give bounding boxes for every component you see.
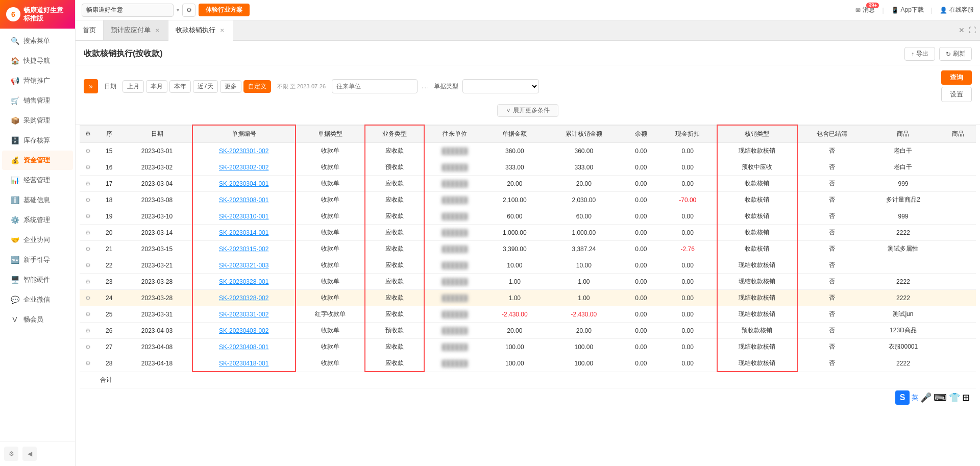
sidebar-item-marketing[interactable]: 📢营销推广 — [2, 71, 73, 90]
tab-prepay[interactable]: 预计应应付单 ✕ — [104, 20, 168, 40]
th-gear[interactable]: ⚙ — [80, 125, 96, 143]
sidebar-settings-btn[interactable]: ⚙ — [4, 447, 18, 461]
td-gear[interactable]: ⚙ — [80, 176, 96, 192]
sidebar-item-corp[interactable]: 🤝企业协同 — [2, 230, 73, 250]
td-gear[interactable]: ⚙ — [80, 192, 96, 208]
sidebar-item-sales[interactable]: 🛒销售管理 — [2, 91, 73, 110]
td-gear[interactable]: ⚙ — [80, 339, 96, 355]
topbar: ▾ ⚙ 体验行业方案 ✉ 消息 99+ | 📱 App下载 | 👤 在线客服 — [76, 0, 980, 20]
topbar-online-service[interactable]: 👤 在线客服 — [940, 6, 974, 14]
td-gear[interactable]: ⚙ — [80, 257, 96, 274]
td-verify-type: 现结收款核销 — [717, 290, 798, 306]
filter-last-month-btn[interactable]: 上月 — [122, 80, 144, 93]
td-doc-type: 收款单 — [296, 159, 365, 176]
sidebar-collapse-btn[interactable]: ◀ — [22, 447, 37, 461]
td-incl-clear: 否 — [797, 192, 866, 208]
td-acc-amount: 100.00 — [545, 355, 623, 372]
th-no: 序 — [96, 125, 122, 143]
td-gear[interactable]: ⚙ — [80, 323, 96, 339]
sidebar-item-wechat[interactable]: 💬企业微信 — [2, 290, 73, 309]
td-doc-no: SK-20230321-003 — [192, 257, 296, 274]
td-gear[interactable]: ⚙ — [80, 225, 96, 241]
td-gear[interactable]: ⚙ — [80, 306, 96, 323]
tab-home[interactable]: 首页 — [76, 20, 104, 40]
sidebar-item-system[interactable]: ⚙️系统管理 — [2, 210, 73, 230]
filter-doctype-select[interactable] — [462, 79, 539, 93]
td-no: 17 — [96, 176, 122, 192]
brand-sub: 标推版 — [23, 14, 63, 22]
td-goods2 — [940, 241, 976, 257]
td-partner: ██████ — [424, 208, 485, 225]
sidebar-item-quick[interactable]: 🏠快捷导航 — [2, 51, 73, 70]
doc-no-link[interactable]: SK-20230331-002 — [219, 311, 268, 318]
td-gear[interactable]: ⚙ — [80, 143, 96, 159]
tab-verify[interactable]: 收款核销执行 ✕ — [168, 20, 233, 41]
filter-set-btn[interactable]: 设置 — [941, 87, 972, 102]
logo-text: 畅康道好生意 标推版 — [23, 6, 63, 22]
sidebar-icon-purchase: 📦 — [10, 116, 19, 125]
doc-no-link[interactable]: SK-20230328-002 — [219, 295, 268, 302]
filter-query-btn[interactable]: 查询 — [941, 70, 972, 85]
tabbar-fullscreen-icon[interactable]: ⛶ — [969, 26, 976, 34]
sidebar-item-member[interactable]: V畅会员 — [2, 310, 73, 329]
doc-no-link[interactable]: SK-20230328-001 — [219, 278, 268, 285]
doc-no-link[interactable]: SK-20230418-001 — [219, 360, 268, 367]
sidebar-item-guide[interactable]: 🆕新手引导 — [2, 250, 73, 269]
filter-partner-input[interactable] — [332, 79, 418, 93]
sidebar-item-hardware[interactable]: 🖥️智能硬件 — [2, 270, 73, 289]
doc-no-link[interactable]: SK-20230314-001 — [219, 229, 268, 236]
doc-no-link[interactable]: SK-20230301-002 — [219, 148, 268, 155]
tab-verify-close[interactable]: ✕ — [218, 27, 226, 34]
table-row: ⚙ 25 2023-03-31 SK-20230331-002 红字收款单 应收… — [80, 306, 976, 323]
td-gear[interactable]: ⚙ — [80, 241, 96, 257]
doc-no-link[interactable]: SK-20230310-001 — [219, 213, 268, 220]
topbar-dropdown-icon[interactable]: ▾ — [177, 7, 179, 13]
refresh-btn[interactable]: ↻ 刷新 — [939, 47, 972, 61]
filter-custom-btn[interactable]: 自定义 — [243, 80, 271, 93]
filter-toggle-btn[interactable]: » — [84, 79, 98, 93]
doc-no-link[interactable]: SK-20230304-001 — [219, 180, 268, 187]
topbar-app-download[interactable]: 📱 App下载 — [891, 6, 924, 14]
filter-this-month-btn[interactable]: 本月 — [146, 80, 167, 93]
sidebar-label-wechat: 企业微信 — [23, 295, 50, 304]
td-acc-amount: 360.00 — [545, 143, 623, 159]
tab-prepay-close[interactable]: ✕ — [154, 27, 161, 34]
doc-no-link[interactable]: SK-20230321-003 — [219, 262, 268, 269]
td-gear[interactable]: ⚙ — [80, 208, 96, 225]
export-btn[interactable]: ↑ 导出 — [904, 47, 935, 61]
doc-no-link[interactable]: SK-20230302-002 — [219, 164, 268, 171]
td-gear[interactable]: ⚙ — [80, 290, 96, 306]
td-date: 2023-03-31 — [122, 306, 192, 323]
sidebar-item-inventory[interactable]: 🗄️库存核算 — [2, 131, 73, 150]
doc-no-link[interactable]: SK-20230315-002 — [219, 246, 268, 253]
sidebar-item-basic[interactable]: ℹ️基础信息 — [2, 190, 73, 210]
tabbar-close-icon[interactable]: ✕ — [959, 26, 965, 34]
td-gear[interactable]: ⚙ — [80, 274, 96, 290]
doc-no-link[interactable]: SK-20230408-001 — [219, 344, 268, 351]
td-doc-no: SK-20230315-002 — [192, 241, 296, 257]
doc-no-link[interactable]: SK-20230308-001 — [219, 197, 268, 204]
expand-more-btn[interactable]: ∨ 展开更多条件 — [497, 104, 558, 117]
sidebar-item-search[interactable]: 🔍搜索菜单 — [2, 31, 73, 51]
topbar-msg-btn[interactable]: ✉ 消息 99+ — [855, 6, 875, 14]
table-row: ⚙ 24 2023-03-28 SK-20230328-002 收款单 应收款 … — [80, 290, 976, 306]
sidebar-item-operation[interactable]: 📊经营管理 — [2, 170, 73, 190]
topbar-industry-btn[interactable]: 体验行业方案 — [199, 4, 250, 16]
td-amount: 20.00 — [485, 176, 545, 192]
sidebar: 6 畅康道好生意 标推版 🔍搜索菜单🏠快捷导航📢营销推广🛒销售管理📦采购管理🗄️… — [0, 0, 76, 466]
td-gear[interactable]: ⚙ — [80, 159, 96, 176]
doc-no-link[interactable]: SK-20230403-002 — [219, 327, 268, 334]
td-amount: 1.00 — [485, 274, 545, 290]
topbar-search-input[interactable] — [82, 4, 174, 17]
td-partner: ██████ — [424, 257, 485, 274]
td-goods2 — [940, 208, 976, 225]
td-no: 27 — [96, 339, 122, 355]
sidebar-item-purchase[interactable]: 📦采购管理 — [2, 111, 73, 130]
filter-7days-btn[interactable]: 近7天 — [193, 80, 218, 93]
topbar-gear-btn[interactable]: ⚙ — [182, 4, 195, 17]
filter-this-year-btn[interactable]: 本年 — [169, 80, 191, 93]
td-gear[interactable]: ⚙ — [80, 355, 96, 372]
sidebar-item-capital[interactable]: 💰资金管理 — [2, 151, 73, 170]
filter-more-btn[interactable]: 更多 — [220, 80, 241, 93]
td-acc-amount: 1,000.00 — [545, 225, 623, 241]
